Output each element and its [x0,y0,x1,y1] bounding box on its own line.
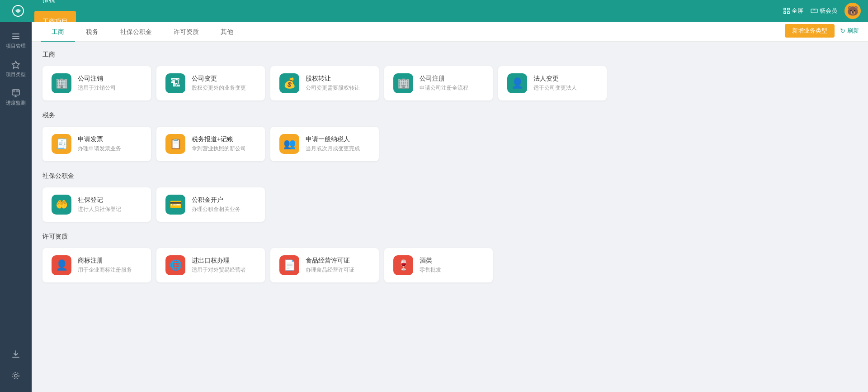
section-社保公积金: 社保公积金 🤲 社保登记 进行人员社保登记 💳 公积金开户 办理公积金相关业务 [42,172,857,222]
card-title: 申请一般纳税人 [306,135,360,143]
card-desc: 拿到营业执照的新公司 [192,145,246,153]
card-title: 食品经营许可证 [306,257,354,265]
card-text: 公司注册 申请公司注册全流程 [420,75,468,92]
card-text: 进出口权办理 适用于对外贸易经营者 [192,257,246,274]
card-法人变更[interactable]: 👤 法人变更 适于公司变更法人 [498,66,607,100]
card-税务报道+记账[interactable]: 📋 税务报道+记账 拿到营业执照的新公司 [156,127,265,161]
settings-icon [11,371,20,380]
card-desc: 申请公司注册全流程 [420,84,468,92]
card-title: 公司注册 [420,75,468,83]
card-desc: 零售批发 [420,266,441,274]
fullscreen-button[interactable]: 全屏 [783,7,803,15]
card-desc: 股权变更外的业务变更 [192,84,246,92]
main-scroll-content[interactable]: 工商 🏢 公司注销 适用于注销公司 🏗 公司变更 股权变更外的业务变更 💰 股权… [32,42,868,392]
main-layout: 项目管理 项目类型 进度监测 [0,22,868,392]
tab-许可资质[interactable]: 许可资质 [163,24,210,42]
card-text: 食品经营许可证 办理食品经营许可证 [306,257,354,274]
card-商标注册[interactable]: 👤 商标注册 用于企业商标注册服务 [42,248,151,282]
monitor-icon [11,89,20,98]
sidebar-item-settings[interactable] [0,367,32,385]
section-工商: 工商 🏢 公司注销 适用于注销公司 🏗 公司变更 股权变更外的业务变更 💰 股权… [42,51,857,100]
card-酒类[interactable]: 🍷 酒类 零售批发 [384,248,493,282]
list-icon [11,32,20,41]
card-text: 公司注销 适用于注销公司 [78,75,116,92]
card-text: 公司变更 股权变更外的业务变更 [192,75,246,92]
card-desc: 用于企业商标注册服务 [78,266,132,274]
refresh-button[interactable]: ↻ 刷新 [840,27,859,35]
refresh-label: 刷新 [847,27,859,35]
svg-rect-8 [12,36,19,37]
svg-rect-3 [784,12,786,14]
card-desc: 适用于注销公司 [78,84,116,92]
card-公司注册[interactable]: 🏢 公司注册 申请公司注册全流程 [384,66,493,100]
svg-point-17 [14,374,17,377]
vip-label: 畅会员 [820,7,837,15]
card-申请一般纳税人[interactable]: 👥 申请一般纳税人 当月或次月成变更完成 [270,127,379,161]
cards-grid: 🏢 公司注销 适用于注销公司 🏗 公司变更 股权变更外的业务变更 💰 股权转让 … [42,66,857,100]
card-desc: 适于公司变更法人 [533,84,577,92]
card-text: 社保登记 进行人员社保登记 [78,196,121,213]
card-text: 股权转让 公司变更需要股权转让 [306,75,360,92]
sidebar-label-progress-monitor: 进度监测 [6,100,26,106]
card-公司变更[interactable]: 🏗 公司变更 股权变更外的业务变更 [156,66,265,100]
card-text: 商标注册 用于企业商标注册服务 [78,257,132,274]
card-title: 申请发票 [78,135,121,143]
cards-grid: 🧾 申请发票 办理申请发票业务 📋 税务报道+记账 拿到营业执照的新公司 👥 申… [42,127,857,161]
vip-button[interactable]: 畅会员 [811,7,837,15]
card-股权转让[interactable]: 💰 股权转让 公司变更需要股权转让 [270,66,379,100]
new-type-button[interactable]: 新增业务类型 [785,24,835,38]
card-text: 法人变更 适于公司变更法人 [533,75,577,92]
card-desc: 进行人员社保登记 [78,206,121,213]
card-title: 股权转让 [306,75,360,83]
cards-grid: 🤲 社保登记 进行人员社保登记 💳 公积金开户 办理公积金相关业务 [42,187,857,222]
sidebar-item-download[interactable] [0,345,32,363]
card-申请发票[interactable]: 🧾 申请发票 办理申请发票业务 [42,127,151,161]
nav-right-actions: 全屏 畅会员 🐻 [783,3,861,19]
card-desc: 办理申请发票业务 [78,145,121,153]
svg-rect-2 [788,8,789,10]
sidebar-item-project-management[interactable]: 项目管理 [0,26,32,55]
card-title: 公司注销 [78,75,116,83]
svg-rect-7 [12,33,19,34]
card-desc: 办理食品经营许可证 [306,266,354,274]
tab-社保公积金[interactable]: 社保公积金 [109,24,163,42]
svg-marker-10 [12,61,19,68]
card-text: 酒类 零售批发 [420,257,441,274]
sidebar-item-project-type[interactable]: 项目类型 [0,55,32,83]
svg-rect-9 [12,38,19,39]
sidebar-item-progress-monitor[interactable]: 进度监测 [0,83,32,112]
card-食品经营许可证[interactable]: 📄 食品经营许可证 办理食品经营许可证 [270,248,379,282]
card-进出口权办理[interactable]: 🌐 进出口权办理 适用于对外贸易经营者 [156,248,265,282]
sidebar-label-project-type: 项目类型 [6,71,26,78]
app-logo [7,0,29,22]
nav-item-报税[interactable]: 报税 [34,0,76,11]
section-title: 社保公积金 [42,172,857,180]
tabs-container: 工商税务社保公积金许可资质其他 [41,24,244,41]
user-avatar[interactable]: 🐻 [844,3,861,19]
card-desc: 公司变更需要股权转让 [306,84,360,92]
tab-工商[interactable]: 工商 [41,24,75,42]
card-text: 税务报道+记账 拿到营业执照的新公司 [192,135,246,153]
card-公积金开户[interactable]: 💳 公积金开户 办理公积金相关业务 [156,187,265,222]
card-desc: 适用于对外贸易经营者 [192,266,246,274]
svg-rect-1 [784,8,786,10]
card-text: 公积金开户 办理公积金相关业务 [192,196,241,213]
card-公司注销[interactable]: 🏢 公司注销 适用于注销公司 [42,66,151,100]
card-社保登记[interactable]: 🤲 社保登记 进行人员社保登记 [42,187,151,222]
tab-税务[interactable]: 税务 [75,24,109,42]
fullscreen-icon [783,8,790,14]
refresh-icon: ↻ [840,27,845,34]
card-title: 商标注册 [78,257,132,265]
fullscreen-label: 全屏 [792,7,803,15]
section-title: 税务 [42,111,857,120]
svg-rect-12 [13,90,15,92]
section-title: 工商 [42,51,857,59]
card-title: 公司变更 [192,75,246,83]
sidebar: 项目管理 项目类型 进度监测 [0,22,32,392]
tab-其他[interactable]: 其他 [210,24,244,42]
svg-rect-4 [788,12,789,14]
download-icon [11,349,20,359]
sidebar-label-project-management: 项目管理 [6,43,26,49]
card-title: 法人变更 [533,75,577,83]
vip-icon [811,7,818,14]
